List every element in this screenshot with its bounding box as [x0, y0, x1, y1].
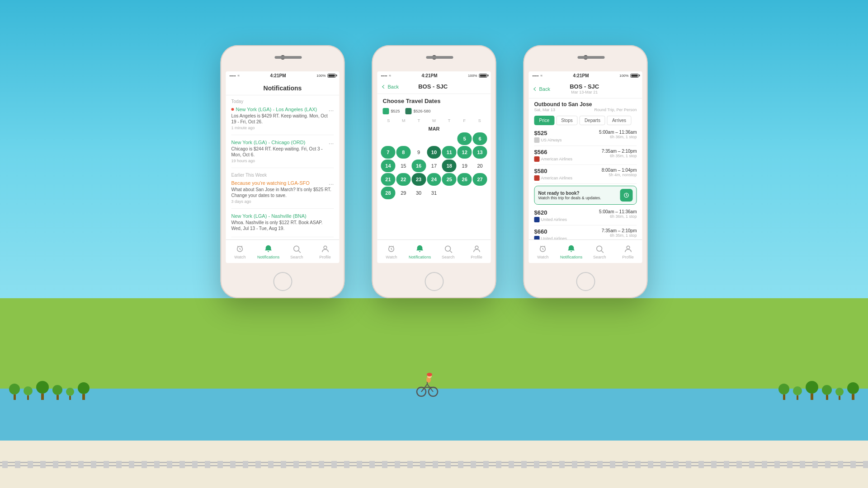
- flight5-price: $660: [534, 228, 567, 235]
- tab1-watch[interactable]: Watch: [226, 244, 255, 259]
- day-sun: S: [381, 117, 396, 124]
- cal-cell-17[interactable]: 17: [427, 160, 441, 172]
- tab3-search[interactable]: Search: [585, 244, 614, 259]
- notif-item-2[interactable]: New York (LGA) - Chicago (ORD) Chicago i…: [231, 140, 334, 168]
- tab2-watch-label: Watch: [386, 255, 397, 259]
- filter-stops[interactable]: Stops: [556, 116, 578, 125]
- flight-row-1[interactable]: $525 US Airways 5:00am – 11:36am 6h 36m,…: [534, 127, 637, 146]
- tab1-profile[interactable]: Profile: [311, 244, 340, 259]
- svg-point-1: [294, 246, 299, 251]
- tab2-search-label: Search: [442, 255, 455, 259]
- cal-cell-18[interactable]: 18: [442, 160, 457, 172]
- filter-arrives[interactable]: Arrives: [607, 116, 631, 125]
- tab1-notifications[interactable]: Notifications: [254, 244, 283, 259]
- notif4-body: Whoa. Nashville is only $122 RT. Book AS…: [231, 220, 334, 231]
- tab2-profile[interactable]: Profile: [462, 244, 491, 259]
- flight2-airline: American Airlines: [534, 156, 573, 162]
- phone2: ••••• ≈ 4:21PM 100% Back BOS - SJC: [372, 45, 496, 298]
- flight-row-5[interactable]: $660 United Airlines 7:35am – 2:10pm 6h …: [534, 225, 637, 239]
- watch-icon-3: [538, 244, 548, 254]
- phone2-screen: ••••• ≈ 4:21PM 100% Back BOS - SJC: [377, 71, 491, 263]
- flight2-price: $566: [534, 149, 573, 155]
- cal-cell-29[interactable]: 29: [396, 187, 410, 199]
- watch-icon-2: [387, 244, 396, 254]
- flight-back-button[interactable]: Back: [534, 86, 550, 92]
- notif2-more[interactable]: ···: [329, 140, 334, 147]
- cal-cell-8[interactable]: 8: [396, 146, 410, 159]
- cal-cell-23[interactable]: 23: [411, 173, 426, 186]
- cal-cell-25[interactable]: 25: [442, 173, 457, 186]
- trees-left: [9, 381, 90, 400]
- tab2-notifications-label: Notifications: [409, 255, 431, 259]
- flight-nav-header: Back BOS - SJC Mar 13-Mar 21: [529, 80, 642, 99]
- notifications-title: Notifications: [264, 84, 302, 92]
- flight1-price: $525: [534, 130, 562, 136]
- cal-cell-12[interactable]: 12: [458, 146, 472, 159]
- flight-row-4[interactable]: $620 United Airlines 5:00am – 11:36am 6h…: [534, 206, 637, 225]
- flight5-left: $660 United Airlines: [534, 228, 567, 239]
- tab1-search[interactable]: Search: [283, 244, 311, 259]
- cal-cell-21[interactable]: 21: [381, 173, 396, 186]
- filter-departs[interactable]: Departs: [580, 116, 605, 125]
- notif-item-1[interactable]: New York (LGA) - Los Angeles (LAX) Los A…: [231, 107, 334, 135]
- profile-icon: [320, 244, 330, 254]
- flight4-left: $620 United Airlines: [534, 209, 567, 222]
- cal-cell-22[interactable]: 22: [396, 173, 410, 186]
- cal-cell-15[interactable]: 15: [396, 160, 410, 172]
- flight2-left: $566 American Airlines: [534, 149, 573, 162]
- notif1-more[interactable]: ···: [329, 107, 334, 114]
- filter-price[interactable]: Price: [534, 116, 555, 125]
- tab2-watch[interactable]: Watch: [377, 244, 406, 259]
- cal-cell-24[interactable]: 24: [427, 173, 441, 186]
- cal-cell-10[interactable]: 10: [427, 146, 441, 159]
- phone2-tab-bar: Watch Notifications Search: [377, 239, 491, 263]
- watch-banner-button[interactable]: [620, 189, 633, 202]
- cal-cell-16[interactable]: 16: [411, 160, 426, 172]
- flight-row-2[interactable]: $566 American Airlines 7:35am – 2:10pm 6…: [534, 146, 637, 165]
- cal-cell-11[interactable]: 11: [442, 146, 457, 159]
- notif3-more[interactable]: ···: [329, 180, 334, 188]
- tab3-profile-label: Profile: [622, 255, 634, 259]
- cal-cell-27[interactable]: 27: [473, 173, 487, 186]
- cal-cell-9[interactable]: 9: [411, 146, 426, 159]
- notifications-icon-2: [415, 244, 425, 254]
- cal-cell-13[interactable]: 13: [473, 146, 487, 159]
- tab3-notifications[interactable]: Notifications: [557, 244, 585, 259]
- cal-cell-20[interactable]: 20: [473, 160, 487, 172]
- cal-cell-6[interactable]: 6: [473, 132, 487, 145]
- watch-trip-banner[interactable]: Not ready to book? Watch this trip for d…: [534, 186, 637, 205]
- cal-cell-28[interactable]: 28: [381, 187, 396, 199]
- flight-row-3[interactable]: $580 American Airlines 8:00am – 1:04pm 5…: [534, 165, 637, 184]
- notif-item-3[interactable]: Because you're watching LGA-SFO What abo…: [231, 180, 334, 209]
- notif3-body: What about San Jose in March? It's only …: [231, 187, 334, 198]
- phone1-home-button[interactable]: [273, 272, 292, 291]
- svg-point-11: [627, 246, 630, 249]
- notif4-title: New York (LGA) - Nashville (BNA): [231, 213, 334, 219]
- notifications-icon-3: [566, 244, 576, 254]
- tab2-notifications[interactable]: Notifications: [406, 244, 434, 259]
- cal-back-button[interactable]: Back: [383, 84, 399, 89]
- cal-cell-5[interactable]: 5: [458, 132, 472, 145]
- cal-cell-30[interactable]: 30: [411, 187, 426, 199]
- tab3-watch[interactable]: Watch: [529, 244, 557, 259]
- day-tue: T: [411, 117, 427, 124]
- tab3-profile[interactable]: Profile: [614, 244, 642, 259]
- cal-cell-19[interactable]: 19: [458, 160, 472, 172]
- phone3: ••••• ≈ 4:21PM 100% Back BOS - SJC Mar 1…: [524, 45, 648, 298]
- phone3-home-button[interactable]: [576, 272, 595, 291]
- cal-cell-7[interactable]: 7: [381, 146, 396, 159]
- flight2-logo: [534, 156, 540, 162]
- phones-container: ••••• ≈ 4:21PM 100% Notifications Today: [221, 45, 648, 298]
- cal-cell-14[interactable]: 14: [381, 160, 396, 172]
- notif2-time: 19 hours ago: [231, 159, 334, 163]
- cal-cell-26[interactable]: 26: [458, 173, 472, 186]
- phone2-home-button[interactable]: [425, 272, 443, 291]
- tab3-watch-label: Watch: [537, 255, 548, 259]
- phone1-signal: ••••• ≈: [230, 74, 240, 78]
- notif1-title: New York (LGA) - Los Angeles (LAX): [231, 107, 334, 112]
- cal-cell-31[interactable]: 31: [427, 187, 441, 199]
- notif-item-4[interactable]: New York (LGA) - Nashville (BNA) Whoa. N…: [231, 213, 334, 237]
- legend-item-cheap: $525: [383, 108, 400, 114]
- cal-cell-empty: [396, 132, 410, 145]
- tab2-search[interactable]: Search: [434, 244, 462, 259]
